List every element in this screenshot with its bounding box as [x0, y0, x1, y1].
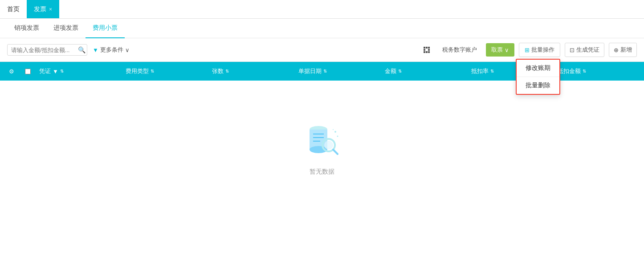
svg-point-7 [324, 141, 333, 150]
batch-ops-dropdown: 修改账期 批量删除 [516, 59, 560, 95]
th-deduction-amount-sort: ⇅ [583, 69, 586, 73]
th-expense-type[interactable]: 费用类型 ⇅ [122, 67, 208, 75]
tab-input[interactable]: 进项发票 [46, 19, 86, 38]
th-settings[interactable]: ⚙ [4, 68, 20, 75]
th-amount-sort: ⇅ [398, 69, 402, 73]
svg-point-10 [337, 136, 338, 137]
svg-line-8 [333, 150, 338, 154]
toolbar-left: 🔍 ▼ 更多条件 ∨ [7, 44, 130, 56]
th-deduction-rate-sort: ⇅ [490, 69, 494, 73]
th-date[interactable]: 单据日期 ⇅ [295, 67, 381, 75]
th-deduction-amount-label: 抵扣金额 [558, 67, 581, 75]
sub-tabs: 销项发票 进项发票 费用小票 [0, 19, 644, 38]
th-count[interactable]: 张数 ⇅ [208, 67, 295, 75]
svg-point-9 [334, 131, 336, 133]
dropdown-item-modify-period[interactable]: 修改账期 [517, 60, 559, 77]
th-expense-type-sort: ⇅ [151, 69, 154, 73]
th-deduction-amount[interactable]: 抵扣金额 ⇅ [554, 67, 640, 75]
top-nav: 首页 发票 × [0, 0, 644, 19]
tab-sales[interactable]: 销项发票 [7, 19, 46, 38]
generate-voucher-btn[interactable]: ⊡ 生成凭证 [565, 43, 604, 57]
search-input[interactable] [11, 47, 78, 53]
th-count-sort: ⇅ [225, 69, 229, 73]
voucher-icon: ⊡ [570, 47, 575, 53]
generate-voucher-label: 生成凭证 [576, 46, 599, 54]
th-date-sort: ⇅ [323, 69, 327, 73]
take-ticket-label: 取票 [491, 46, 503, 54]
th-amount-label: 金额 [385, 67, 396, 75]
batch-ops-icon: ⊞ [525, 47, 530, 53]
tax-digital-btn[interactable]: 税务数字账户 [438, 44, 481, 56]
batch-ops-btn[interactable]: ⊞ 批量操作 [519, 43, 560, 57]
select-all-checkbox[interactable] [25, 69, 31, 74]
empty-illustration [300, 116, 344, 161]
search-wrap: 🔍 [7, 44, 87, 56]
th-amount[interactable]: 金额 ⇅ [381, 67, 468, 75]
batch-ops-label: 批量操作 [531, 46, 554, 54]
th-count-label: 张数 [212, 67, 224, 75]
dropdown-item-batch-delete[interactable]: 批量删除 [517, 77, 559, 94]
nav-tab-label: 发票 [34, 5, 46, 13]
search-icon[interactable]: 🔍 [78, 46, 86, 53]
th-voucher-filter-icon: ▼ [53, 68, 58, 75]
th-deduction-rate-label: 抵扣率 [471, 67, 489, 75]
empty-text: 暂无数据 [310, 168, 334, 176]
filter-icon: ▼ [93, 47, 98, 53]
more-conditions-btn[interactable]: ▼ 更多条件 ∨ [93, 46, 130, 54]
th-voucher[interactable]: 凭证 ▼ ⇅ [36, 67, 122, 75]
batch-ops-wrap: ⊞ 批量操作 修改账期 批量删除 [519, 43, 560, 57]
th-expense-type-label: 费用类型 [126, 67, 149, 75]
svg-point-11 [333, 129, 334, 130]
chevron-down-icon-ticket: ∨ [505, 47, 509, 53]
close-tab-icon[interactable]: × [49, 6, 52, 12]
qr-icon-btn[interactable] [420, 43, 433, 57]
th-voucher-sort: ⇅ [60, 69, 64, 73]
th-voucher-label: 凭证 [39, 67, 51, 75]
chevron-down-icon: ∨ [125, 47, 130, 53]
tab-expense[interactable]: 费用小票 [86, 19, 125, 38]
nav-tab-invoice[interactable]: 发票 × [27, 0, 59, 18]
th-date-label: 单据日期 [298, 67, 322, 75]
nav-home[interactable]: 首页 [0, 0, 27, 18]
empty-state: 暂无数据 [0, 81, 644, 194]
take-ticket-btn[interactable]: 取票 ∨ [486, 43, 514, 57]
toolbar-right: 税务数字账户 取票 ∨ ⊞ 批量操作 修改账期 批量删除 ⊡ [420, 43, 637, 57]
plus-icon: ⊕ [614, 47, 619, 53]
more-conditions-label: 更多条件 [100, 46, 123, 54]
add-new-label: 新增 [620, 46, 632, 54]
add-new-btn[interactable]: ⊕ 新增 [609, 43, 637, 57]
toolbar: 🔍 ▼ 更多条件 ∨ 税务数字账户 取票 [0, 38, 644, 62]
main-content: 销项发票 进项发票 费用小票 🔍 ▼ 更多条件 ∨ [0, 19, 644, 260]
qr-grid-icon [424, 47, 430, 53]
th-checkbox[interactable] [20, 69, 36, 74]
